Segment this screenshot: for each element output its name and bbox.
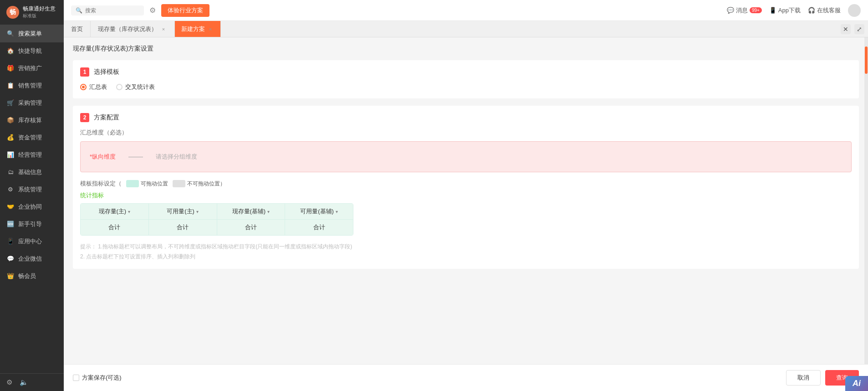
sidebar-label-finance: 资金管理 bbox=[18, 134, 42, 142]
save-option[interactable]: 方案保存(可选) bbox=[73, 374, 122, 382]
sales-icon: 📋 bbox=[6, 82, 15, 90]
money-icon: 💰 bbox=[6, 134, 15, 142]
sidebar-item-wechat[interactable]: 💬 企业微信 bbox=[0, 250, 64, 268]
volume-icon[interactable]: 🔈 bbox=[20, 378, 28, 386]
sidebar-label-member: 畅会员 bbox=[18, 272, 36, 280]
drag-can-badge: 可拖动位置 bbox=[126, 180, 168, 188]
sidebar: 畅 畅康通好生意 标准版 🔍 搜索菜单 🏠 快捷导航 🎁 营销推广 📋 销售管理… bbox=[0, 0, 64, 391]
right-scrollbar[interactable] bbox=[864, 37, 868, 364]
cart-icon: 🛒 bbox=[6, 99, 15, 107]
drag-cant-box bbox=[173, 180, 185, 187]
topbar-search-input[interactable] bbox=[85, 7, 135, 14]
drag-cant-badge: 不可拖动位置） bbox=[173, 180, 225, 188]
radio-cross[interactable] bbox=[116, 84, 123, 90]
sidebar-item-search-menu[interactable]: 🔍 搜索菜单 bbox=[0, 25, 64, 42]
sidebar-item-enterprise[interactable]: 🤝 企业协同 bbox=[0, 198, 64, 216]
hints-section: 提示： 1.拖动标题栏可以调整布局，不可跨维度或指标区域拖动栏目字段(只能在同一… bbox=[80, 242, 852, 262]
stats-table: 现存量(主) ▾ 合计 可用量(主) ▾ 合计 bbox=[80, 203, 353, 236]
step2-section: 2 方案配置 汇总维度（必选） *纵向维度 —— 请选择分组维度 模板指标设定（… bbox=[73, 106, 859, 269]
tab-inventory-label: 现存量（库存状况表） bbox=[98, 25, 157, 33]
trial-industry-button[interactable]: 体验行业方案 bbox=[161, 4, 209, 17]
sidebar-item-member[interactable]: 👑 畅会员 bbox=[0, 268, 64, 285]
step2-number: 2 bbox=[80, 113, 89, 122]
sidebar-item-inventory[interactable]: 📦 库存核算 bbox=[0, 112, 64, 129]
stats-col-4-chevron[interactable]: ▾ bbox=[336, 209, 338, 214]
window-close-button[interactable]: ✕ bbox=[841, 24, 851, 34]
stats-col-2-header[interactable]: 可用量(主) ▾ bbox=[149, 204, 217, 220]
sidebar-label-sales: 销售管理 bbox=[18, 82, 42, 90]
chat-icon: 💬 bbox=[727, 7, 734, 14]
search-icon: 🔍 bbox=[6, 30, 15, 38]
stats-col-4: 可用量(基辅) ▾ 合计 bbox=[285, 204, 353, 235]
messages-badge: 99+ bbox=[750, 7, 762, 13]
sidebar-item-base-info[interactable]: 🗂 基础信息 bbox=[0, 164, 64, 181]
sidebar-item-marketing[interactable]: 🎁 营销推广 bbox=[0, 60, 64, 77]
drag-can-label: 可拖动位置 bbox=[141, 180, 168, 188]
step1-title: 选择模板 bbox=[94, 68, 119, 76]
drag-can-box bbox=[126, 180, 139, 187]
crown-icon: 👑 bbox=[6, 272, 15, 280]
radio-summary[interactable] bbox=[80, 84, 87, 90]
sidebar-item-finance[interactable]: 💰 资金管理 bbox=[0, 129, 64, 146]
home-icon: 🏠 bbox=[6, 47, 15, 55]
stats-col-3: 现存量(基辅) ▾ 合计 bbox=[217, 204, 286, 235]
cancel-button[interactable]: 取消 bbox=[786, 370, 821, 386]
dimension-area[interactable]: *纵向维度 —— 请选择分组维度 bbox=[80, 141, 852, 172]
stats-section: 统计指标 现存量(主) ▾ 合计 可用量(主) bbox=[80, 191, 852, 236]
tabbar: 首页 现存量（库存状况表） × 新建方案 × ✕ ⤢ bbox=[64, 21, 868, 37]
radio-option-cross[interactable]: 交叉统计表 bbox=[116, 83, 155, 91]
tab-inventory[interactable]: 现存量（库存状况表） × bbox=[91, 21, 175, 37]
sidebar-item-purchase[interactable]: 🛒 采购管理 bbox=[0, 94, 64, 112]
sidebar-label-quick-nav: 快捷导航 bbox=[18, 47, 42, 55]
tab-home[interactable]: 首页 bbox=[64, 21, 91, 37]
settings-icon[interactable]: ⚙ bbox=[6, 378, 12, 386]
app-download-group[interactable]: 📱 App下载 bbox=[769, 6, 801, 15]
sidebar-item-new-guide[interactable]: 🆕 新手引导 bbox=[0, 216, 64, 233]
stats-col-2-chevron[interactable]: ▾ bbox=[196, 209, 199, 214]
save-checkbox[interactable] bbox=[73, 375, 79, 381]
topbar-gear-icon[interactable]: ⚙ bbox=[149, 6, 156, 15]
page-content: 现存量(库存状况表)方案设置 1 选择模板 汇总表 交叉统计表 2 bbox=[64, 37, 868, 364]
stats-col-1-label: 现存量(主) bbox=[99, 207, 127, 216]
sidebar-item-operation[interactable]: 📊 经营管理 bbox=[0, 146, 64, 164]
radio-cross-label: 交叉统计表 bbox=[125, 83, 155, 91]
indicators-label: 模板指标设定（ 可拖动位置 不可拖动位置） bbox=[80, 180, 852, 188]
radio-option-summary[interactable]: 汇总表 bbox=[80, 83, 107, 91]
sidebar-label-system: 系统管理 bbox=[18, 185, 42, 194]
stats-col-1-header[interactable]: 现存量(主) ▾ bbox=[81, 204, 148, 220]
sidebar-item-quick-nav[interactable]: 🏠 快捷导航 bbox=[0, 42, 64, 60]
main-area: 🔍 ⚙ 体验行业方案 💬 消息 99+ 📱 App下载 🎧 在线客服 首页 bbox=[64, 0, 868, 391]
dimension-required-text: *纵向维度 bbox=[90, 153, 116, 161]
online-service-group[interactable]: 🎧 在线客服 bbox=[808, 6, 841, 15]
step1-section: 1 选择模板 汇总表 交叉统计表 bbox=[73, 60, 859, 98]
topbar-search-box[interactable]: 🔍 bbox=[71, 5, 144, 15]
step2-header: 2 方案配置 bbox=[80, 113, 852, 122]
sidebar-label-inventory: 库存核算 bbox=[18, 116, 42, 124]
sidebar-item-system[interactable]: ⚙ 系统管理 bbox=[0, 181, 64, 198]
ai-badge[interactable]: Ai bbox=[845, 376, 868, 391]
app-logo: 畅 畅康通好生意 标准版 bbox=[0, 0, 64, 25]
stats-col-1: 现存量(主) ▾ 合计 bbox=[81, 204, 149, 235]
scrollbar-thumb bbox=[865, 46, 868, 74]
user-avatar[interactable] bbox=[848, 4, 861, 17]
window-expand-button[interactable]: ⤢ bbox=[854, 24, 864, 34]
stats-col-4-label: 可用量(基辅) bbox=[300, 207, 334, 216]
tab-new-close[interactable]: × bbox=[207, 26, 214, 33]
stats-col-3-chevron[interactable]: ▾ bbox=[267, 209, 270, 214]
tab-new-scheme[interactable]: 新建方案 × bbox=[175, 21, 221, 37]
gift-icon: 🎁 bbox=[6, 64, 15, 72]
stats-col-3-header[interactable]: 现存量(基辅) ▾ bbox=[217, 204, 285, 220]
stats-col-1-chevron[interactable]: ▾ bbox=[128, 209, 130, 214]
stats-col-3-label: 现存量(基辅) bbox=[232, 207, 266, 216]
app-version: 标准版 bbox=[23, 13, 56, 19]
save-option-label: 方案保存(可选) bbox=[82, 374, 122, 382]
sidebar-item-app-center[interactable]: 📱 应用中心 bbox=[0, 233, 64, 250]
tab-inventory-close[interactable]: × bbox=[160, 26, 167, 33]
messages-icon-group[interactable]: 💬 消息 99+ bbox=[727, 6, 762, 15]
stats-title: 统计指标 bbox=[80, 191, 852, 200]
app-download-label: App下载 bbox=[778, 6, 801, 15]
sidebar-item-sales[interactable]: 📋 销售管理 bbox=[0, 77, 64, 94]
stats-col-2: 可用量(主) ▾ 合计 bbox=[149, 204, 217, 235]
page-title: 现存量(库存状况表)方案设置 bbox=[73, 45, 859, 53]
stats-col-4-header[interactable]: 可用量(基辅) ▾ bbox=[285, 204, 353, 220]
